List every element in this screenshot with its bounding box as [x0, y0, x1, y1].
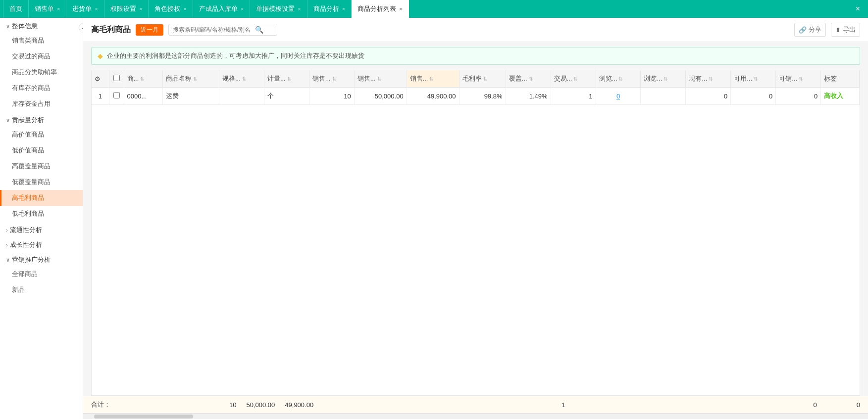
col-current-stock[interactable]: 现有... ⇅: [686, 70, 731, 88]
sort-icon[interactable]: ⇅: [287, 76, 291, 82]
sort-icon[interactable]: ⇅: [529, 76, 533, 82]
col-sellable[interactable]: 可销... ⇅: [776, 70, 821, 88]
row-sales-cost: 49,900.00: [407, 88, 459, 105]
row-checkbox[interactable]: [109, 88, 124, 105]
sidebar-section-overall[interactable]: ∨ 整体信息: [0, 18, 83, 33]
tip-bar: ◆ 企业的主要的利润都是这部分商品创造的，可考虑加大推广，同时关注库存是不要出现…: [91, 47, 860, 65]
sidebar-item-high-value[interactable]: 高价值商品: [0, 127, 83, 142]
close-icon[interactable]: ×: [183, 6, 186, 12]
nav-item-analysis[interactable]: 商品分析 ×: [307, 0, 352, 18]
sort-icon[interactable]: ⇅: [573, 76, 577, 82]
row-tag: 高收入: [821, 88, 860, 105]
close-icon[interactable]: ×: [399, 6, 402, 12]
col-browse1[interactable]: 浏览... ⇅: [596, 70, 641, 88]
sort-icon[interactable]: ⇅: [483, 76, 487, 82]
col-settings[interactable]: ⚙: [92, 70, 109, 88]
sort-icon[interactable]: ⇅: [242, 76, 246, 82]
nav-item-home[interactable]: 首页: [3, 0, 29, 18]
sidebar-item-new-goods[interactable]: 新品: [0, 282, 83, 298]
col-transactions[interactable]: 交易... ⇅: [551, 70, 596, 88]
close-icon[interactable]: ×: [298, 6, 301, 12]
sidebar-section-circulation[interactable]: › 流通性分析: [0, 222, 83, 236]
col-available[interactable]: 可用... ⇅: [731, 70, 776, 88]
scrollbar-thumb[interactable]: [94, 415, 193, 419]
sort-icon[interactable]: ⇅: [193, 76, 197, 82]
sidebar-item-category-rate[interactable]: 商品分类助销率: [0, 64, 83, 80]
search-icon[interactable]: 🔍: [255, 26, 263, 34]
share-icon: 🔗: [799, 26, 807, 34]
sidebar-item-high-coverage[interactable]: 高覆盖量商品: [0, 158, 83, 174]
top-navigation: 首页 销售单 × 进货单 × 权限设置 × 角色授权 × 产成品入库单 × 单据…: [0, 0, 868, 18]
close-icon[interactable]: ×: [57, 6, 60, 12]
sort-icon[interactable]: ⇅: [754, 76, 758, 82]
row-browse1[interactable]: 0: [596, 88, 641, 105]
row-unit: 个: [264, 88, 309, 105]
nav-item-permission[interactable]: 权限设置 ×: [104, 0, 149, 18]
table-row: 1 0000... 运费: [92, 88, 860, 105]
row-sales-qty: 10: [309, 88, 354, 105]
sidebar-item-high-margin[interactable]: 高毛利商品: [0, 190, 83, 206]
col-gross-margin[interactable]: 毛利率 ⇅: [459, 70, 506, 88]
sidebar-item-traded-goods[interactable]: 交易过的商品: [0, 48, 83, 64]
sidebar-item-low-margin[interactable]: 低毛利商品: [0, 206, 83, 222]
sidebar-item-low-coverage[interactable]: 低覆盖量商品: [0, 174, 83, 190]
settings-icon[interactable]: ⚙: [95, 75, 101, 83]
row-sellable: 0: [776, 88, 821, 105]
sidebar-item-stocked-goods[interactable]: 有库存的商品: [0, 80, 83, 96]
row-transactions: 1: [551, 88, 596, 105]
sidebar-item-low-value[interactable]: 低价值商品: [0, 142, 83, 158]
col-checkbox[interactable]: [109, 70, 124, 88]
sort-icon[interactable]: ⇅: [332, 76, 336, 82]
nav-item-sales[interactable]: 销售单 ×: [29, 0, 66, 18]
close-icon[interactable]: ×: [342, 6, 345, 12]
col-spec[interactable]: 规格... ⇅: [219, 70, 264, 88]
row-select-checkbox[interactable]: [113, 92, 120, 98]
nav-item-template[interactable]: 单据模板设置 ×: [250, 0, 307, 18]
col-unit[interactable]: 计量... ⇅: [264, 70, 309, 88]
nav-item-purchase[interactable]: 进货单 ×: [66, 0, 104, 18]
data-table-wrapper[interactable]: ⚙ 商... ⇅ 商品名称: [91, 70, 860, 396]
row-name: 运费: [163, 88, 219, 105]
sidebar-section-marketing[interactable]: ∨ 营销推广分析: [0, 251, 83, 266]
sort-icon[interactable]: ⇅: [618, 76, 622, 82]
page-title: 高毛利商品: [91, 25, 131, 35]
sort-icon[interactable]: ⇅: [664, 76, 667, 82]
summary-sales-qty: 10: [229, 401, 236, 409]
export-button[interactable]: ⬆ 导出: [831, 23, 860, 37]
col-sales-qty[interactable]: 销售... ⇅: [309, 70, 354, 88]
sidebar-item-sales-goods[interactable]: 销售类商品: [0, 33, 83, 48]
sort-icon[interactable]: ⇅: [140, 76, 144, 82]
section-arrow-icon: ›: [6, 227, 8, 233]
col-coverage[interactable]: 覆盖... ⇅: [506, 70, 551, 88]
summary-bar: 合计： 10 50,000.00 49,900.00 1 0 0: [83, 396, 868, 413]
col-browse2[interactable]: 浏览... ⇅: [641, 70, 686, 88]
sort-icon[interactable]: ⇅: [799, 76, 803, 82]
search-input[interactable]: [173, 26, 252, 33]
sort-icon[interactable]: ⇅: [709, 76, 713, 82]
close-icon[interactable]: ×: [139, 6, 142, 12]
col-name[interactable]: 商品名称 ⇅: [163, 70, 219, 88]
nav-item-product-in[interactable]: 产成品入库单 ×: [193, 0, 250, 18]
col-sales-amount[interactable]: 销售... ⇅: [354, 70, 407, 88]
sidebar-section-growth[interactable]: › 成长性分析: [0, 236, 83, 251]
horizontal-scrollbar[interactable]: [83, 413, 868, 419]
sort-icon[interactable]: ⇅: [429, 76, 433, 82]
nav-item-analysis-list[interactable]: 商品分析列表 ×: [352, 0, 408, 18]
sort-icon[interactable]: ⇅: [377, 76, 381, 82]
sidebar-item-all-goods[interactable]: 全部商品: [0, 266, 83, 282]
share-button[interactable]: 🔗 分享: [794, 23, 826, 37]
summary-transactions: 1: [562, 401, 565, 409]
close-icon[interactable]: ×: [241, 6, 244, 12]
data-table: ⚙ 商... ⇅ 商品名称: [92, 70, 860, 105]
select-all-checkbox[interactable]: [113, 75, 120, 81]
sidebar-section-contribution[interactable]: ∨ 贡献量分析: [0, 112, 83, 127]
close-icon[interactable]: ×: [95, 6, 98, 12]
period-button[interactable]: 近一月: [136, 24, 163, 36]
table-header-row: ⚙ 商... ⇅ 商品名称: [92, 70, 860, 88]
sidebar-item-stock-capital[interactable]: 库存资金占用: [0, 96, 83, 112]
col-code[interactable]: 商... ⇅: [124, 70, 163, 88]
window-close-button[interactable]: ×: [851, 4, 865, 13]
nav-item-role[interactable]: 角色授权 ×: [149, 0, 193, 18]
col-tag: 标签: [821, 70, 860, 88]
col-sales-cost[interactable]: 销售... ⇅: [407, 70, 459, 88]
